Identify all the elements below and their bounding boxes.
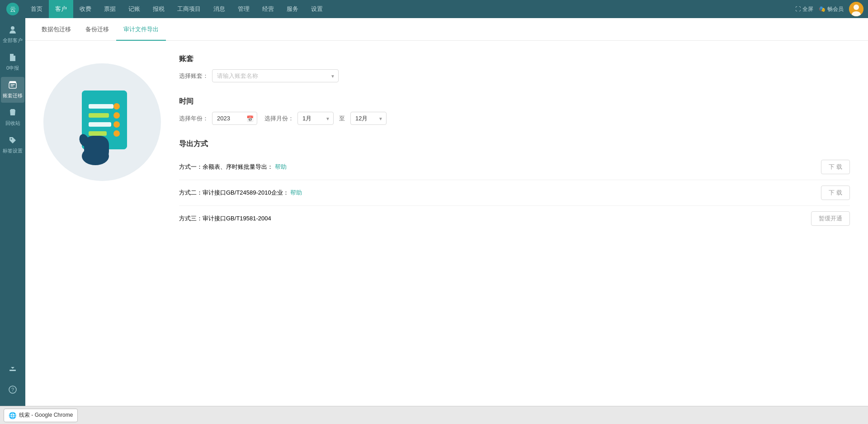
chrome-icon: 🌐 (9, 412, 16, 419)
export-section: 导出方式 方式一：余额表、序时账批量导出： 帮助 下 载 方式二：审计接口GB/… (179, 139, 850, 231)
svg-rect-15 (89, 122, 111, 127)
sidebar-help-icon[interactable]: ? (1, 381, 24, 399)
report-icon (8, 53, 17, 63)
sidebar-download-icon[interactable] (1, 359, 24, 377)
account-section-title: 账套 (179, 54, 850, 64)
nav-business[interactable]: 工商项目 (171, 0, 207, 18)
to-separator: 至 (337, 114, 347, 123)
nav-service[interactable]: 服务 (280, 0, 305, 18)
app-logo: 云 (5, 1, 21, 17)
export-method-1-label: 方式一：余额表、序时账批量导出： 帮助 (179, 163, 287, 171)
export-method-2-label: 方式二：审计接口GB/T24589-2010企业： 帮助 (179, 189, 302, 197)
sidebar-label-申报: 0申报 (6, 65, 19, 71)
fullscreen-button[interactable]: ⛶ 全屏 (795, 5, 813, 13)
sidebar-item-申报[interactable]: 0申报 (1, 49, 24, 75)
account-section: 账套 选择账套： ▼ (179, 54, 850, 86)
year-input-wrap: 📅 (212, 112, 257, 125)
fullscreen-label: 全屏 (802, 5, 813, 13)
export-method-2-download-button[interactable]: 下 载 (821, 186, 850, 200)
taskbar: 🌐 线索 - Google Chrome (0, 406, 868, 424)
sidebar-label-all-customer: 全部客户 (3, 37, 23, 44)
top-nav: 云 首页 客户 收费 票据 记账 报税 工商项目 消息 管理 经营 服务 设置 … (0, 0, 868, 18)
nav-settings[interactable]: 设置 (305, 0, 329, 18)
taskbar-item-label: 线索 - Google Chrome (19, 411, 73, 419)
nav-invoice[interactable]: 票据 (98, 0, 122, 18)
vip-button[interactable]: 🎭 畅会员 (819, 5, 844, 13)
sidebar-item-all-customer[interactable]: 全部客户 (1, 22, 24, 48)
export-method-1-text: 方式一：余额表、序时账批量导出： (179, 163, 273, 170)
migrate-icon (8, 81, 17, 91)
account-select-input[interactable] (212, 69, 339, 82)
people-icon (8, 25, 17, 35)
start-month-select[interactable]: 1月2月3月4月 5月6月7月8月 9月10月11月12月 (297, 112, 334, 125)
tab-audit-export[interactable]: 审计文件导出 (116, 19, 166, 41)
vip-icon: 🎭 (819, 6, 826, 12)
nav-fee[interactable]: 收费 (73, 0, 98, 18)
svg-rect-5 (11, 57, 14, 58)
svg-point-18 (113, 112, 120, 119)
nav-home[interactable]: 首页 (24, 0, 49, 18)
month-label: 选择月份： (264, 114, 294, 123)
nav-operation[interactable]: 经营 (256, 0, 280, 18)
svg-point-8 (11, 138, 12, 140)
year-input[interactable] (212, 112, 257, 125)
sidebar-item-recycle[interactable]: 回收站 (1, 105, 24, 130)
end-month-select[interactable]: 1月2月3月4月 5月6月7月8月 9月10月11月12月 (350, 112, 387, 125)
nav-tax[interactable]: 报税 (146, 0, 171, 18)
tab-backup-migrate[interactable]: 备份迁移 (78, 19, 116, 41)
nav-manage[interactable]: 管理 (231, 0, 256, 18)
main-layout: 全部客户 0申报 账套迁移 回收站 (0, 18, 868, 406)
tab-data-migrate[interactable]: 数据包迁移 (34, 19, 78, 41)
time-section-title: 时间 (179, 97, 850, 106)
time-section: 时间 选择年份： 📅 选择月份： 1月2月3月4月 5月6月7月8月 (179, 97, 850, 129)
fullscreen-icon: ⛶ (795, 6, 801, 12)
illustration-circle (43, 63, 161, 181)
export-method-2-help-link[interactable]: 帮助 (290, 189, 302, 196)
svg-point-3 (854, 5, 859, 10)
vip-label: 畅会员 (827, 5, 844, 13)
export-method-1: 方式一：余额表、序时账批量导出： 帮助 下 载 (179, 154, 850, 180)
export-method-2: 方式二：审计接口GB/T24589-2010企业： 帮助 下 载 (179, 180, 850, 206)
export-section-title: 导出方式 (179, 139, 850, 149)
sidebar-item-migrate[interactable]: 账套迁移 (1, 77, 24, 103)
sidebar: 全部客户 0申报 账套迁移 回收站 (0, 18, 25, 406)
start-month-select-wrap: 1月2月3月4月 5月6月7月8月 9月10月11月12月 ▼ (297, 112, 334, 125)
svg-rect-13 (89, 104, 113, 109)
end-month-select-wrap: 1月2月3月4月 5月6月7月8月 9月10月11月12月 ▼ (350, 112, 387, 125)
export-method-3-text: 方式三：审计接口GB/T19581-2004 (179, 215, 271, 222)
illustration-area (43, 54, 161, 392)
svg-rect-6 (11, 58, 14, 59)
top-nav-items: 首页 客户 收费 票据 记账 报税 工商项目 消息 管理 经营 服务 设置 (24, 0, 795, 18)
sidebar-label-recycle: 回收站 (5, 120, 20, 127)
sidebar-bottom: ? (1, 359, 24, 402)
account-select-wrap: ▼ (212, 69, 339, 82)
time-form-row: 选择年份： 📅 选择月份： 1月2月3月4月 5月6月7月8月 9月10月11月… (179, 112, 850, 125)
svg-text:云: 云 (10, 6, 16, 13)
export-method-3-open-button[interactable]: 暂缓开通 (811, 211, 850, 226)
sub-tabs-bar: 数据包迁移 备份迁移 审计文件导出 (25, 18, 868, 41)
recycle-icon (8, 108, 17, 118)
nav-message[interactable]: 消息 (207, 0, 231, 18)
svg-point-20 (113, 130, 120, 137)
top-nav-right: ⛶ 全屏 🎭 畅会员 (795, 2, 863, 16)
svg-rect-7 (9, 83, 16, 88)
sidebar-label-migrate: 账套迁移 (3, 92, 23, 99)
year-label: 选择年份： (179, 114, 208, 123)
form-area: 账套 选择账套： ▼ 时间 选择年份： (179, 54, 850, 392)
avatar[interactable] (849, 2, 863, 16)
export-method-3: 方式三：审计接口GB/T19581-2004 暂缓开通 (179, 206, 850, 231)
export-method-1-help-link[interactable]: 帮助 (275, 163, 287, 170)
nav-customer[interactable]: 客户 (49, 0, 73, 18)
account-form-row: 选择账套： ▼ (179, 69, 850, 82)
content-area: 数据包迁移 备份迁移 审计文件导出 (25, 18, 868, 406)
taskbar-item-chrome[interactable]: 🌐 线索 - Google Chrome (4, 409, 78, 422)
nav-bookkeeping[interactable]: 记账 (122, 0, 146, 18)
svg-rect-16 (89, 131, 107, 136)
sidebar-item-tag[interactable]: 标签设置 (1, 132, 24, 158)
account-select-label: 选择账套： (179, 72, 208, 80)
page-content: 账套 选择账套： ▼ 时间 选择年份： (25, 41, 868, 406)
export-method-1-download-button[interactable]: 下 载 (821, 160, 850, 174)
tag-icon (8, 136, 17, 146)
sidebar-label-tag: 标签设置 (3, 148, 23, 154)
svg-rect-14 (89, 113, 109, 118)
